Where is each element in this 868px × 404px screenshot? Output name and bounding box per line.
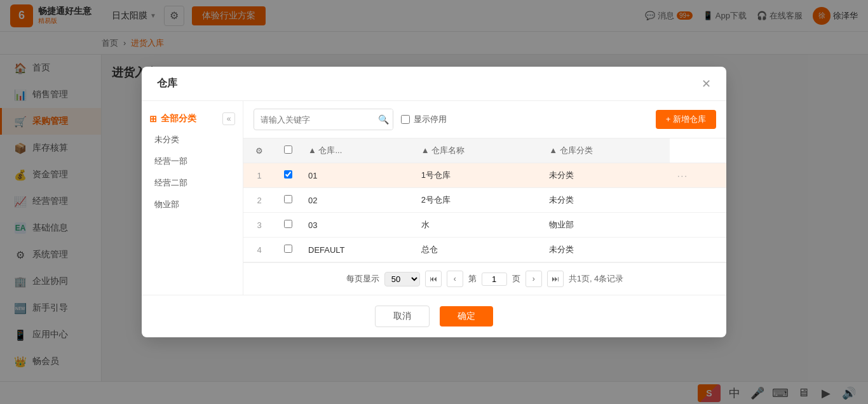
row-num: 2 bbox=[243, 188, 275, 213]
row-code: DEFAULT bbox=[301, 238, 414, 262]
table-toolbar: 🔍 显示停用 + 新增仓库 bbox=[243, 101, 726, 138]
chevron-left-icon: « bbox=[227, 114, 231, 123]
confirm-button[interactable]: 确定 bbox=[440, 306, 493, 327]
row-name: 总仓 bbox=[414, 238, 542, 262]
add-warehouse-button[interactable]: + 新增仓库 bbox=[656, 110, 716, 129]
warehouse-table: ⚙ ▲ 仓库... ▲ 仓库名称 bbox=[243, 138, 726, 262]
collapse-panel-button[interactable]: « bbox=[222, 112, 235, 125]
table-header-row: ⚙ ▲ 仓库... ▲ 仓库名称 bbox=[243, 138, 726, 163]
row-num: 4 bbox=[243, 238, 275, 262]
category-header: ⊞ 全部分类 « bbox=[142, 109, 243, 129]
row-code: 03 bbox=[301, 213, 414, 238]
col-code: ▲ 仓库... bbox=[301, 138, 414, 163]
modal-close-button[interactable]: ✕ bbox=[702, 78, 711, 90]
modal-body: ⊞ 全部分类 « 未分类 经营一部 经营二部 物业部 bbox=[142, 101, 726, 295]
col-category: ▲ 仓库分类 bbox=[541, 138, 670, 163]
category-item-unclassified[interactable]: 未分类 bbox=[142, 129, 243, 151]
prev-page-button[interactable]: ‹ bbox=[447, 271, 463, 287]
row-checkbox[interactable] bbox=[275, 188, 301, 213]
modal-header: 仓库 ✕ bbox=[142, 67, 726, 101]
all-categories-label: 全部分类 bbox=[161, 113, 196, 125]
per-page-select[interactable]: 50 20 100 bbox=[384, 272, 420, 286]
total-info: 共1页, 4条记录 bbox=[569, 273, 624, 285]
modal-overlay[interactable]: 仓库 ✕ ⊞ 全部分类 « 未分类 经营 bbox=[0, 0, 868, 404]
table-panel: 🔍 显示停用 + 新增仓库 ⚙ bbox=[243, 101, 726, 295]
show-disabled-checkbox[interactable] bbox=[401, 115, 410, 124]
category-item-ops1[interactable]: 经营一部 bbox=[142, 151, 243, 172]
pagination: 每页显示 50 20 100 ⏮ ‹ 第 页 › ⏭ 共1 bbox=[243, 262, 726, 295]
row-checkbox[interactable] bbox=[275, 213, 301, 238]
first-page-button[interactable]: ⏮ bbox=[425, 271, 442, 287]
row-actions[interactable]: ··· bbox=[670, 163, 726, 188]
cancel-button[interactable]: 取消 bbox=[375, 306, 430, 327]
page-number-input[interactable] bbox=[482, 273, 507, 286]
row-name: 2号仓库 bbox=[414, 188, 542, 213]
warehouse-modal: 仓库 ✕ ⊞ 全部分类 « 未分类 经营 bbox=[142, 67, 726, 337]
select-all-checkbox[interactable] bbox=[284, 145, 292, 154]
col-name: ▲ 仓库名称 bbox=[414, 138, 542, 163]
page-unit: 页 bbox=[512, 273, 520, 285]
page-label: 第 bbox=[468, 273, 477, 285]
row-category: 未分类 bbox=[541, 188, 670, 213]
row-category: 未分类 bbox=[541, 163, 670, 188]
col-checkbox bbox=[275, 138, 301, 163]
row-category: 未分类 bbox=[541, 238, 670, 262]
grid-icon: ⊞ bbox=[149, 114, 157, 124]
search-box: 🔍 bbox=[254, 109, 393, 130]
all-categories-item[interactable]: ⊞ 全部分类 bbox=[149, 113, 196, 125]
modal-footer: 取消 确定 bbox=[142, 295, 726, 337]
table-row[interactable]: 1 01 1号仓库 未分类 ··· bbox=[243, 163, 726, 188]
modal-title: 仓库 bbox=[157, 77, 177, 90]
table-row[interactable]: 4 DEFAULT 总仓 未分类 bbox=[243, 238, 726, 262]
table-row[interactable]: 2 02 2号仓库 未分类 bbox=[243, 188, 726, 213]
row-category: 物业部 bbox=[541, 213, 670, 238]
category-item-ops2[interactable]: 经营二部 bbox=[142, 172, 243, 194]
row-code: 02 bbox=[301, 188, 414, 213]
col-settings: ⚙ bbox=[243, 138, 275, 163]
row-code: 01 bbox=[301, 163, 414, 188]
category-item-property[interactable]: 物业部 bbox=[142, 194, 243, 215]
settings-icon: ⚙ bbox=[255, 146, 263, 156]
row-num: 1 bbox=[243, 163, 275, 188]
data-table: ⚙ ▲ 仓库... ▲ 仓库名称 bbox=[243, 138, 726, 262]
categories-panel: ⊞ 全部分类 « 未分类 经营一部 经营二部 物业部 bbox=[142, 101, 243, 295]
row-name: 1号仓库 bbox=[414, 163, 542, 188]
row-checkbox[interactable] bbox=[275, 163, 301, 188]
row-name: 水 bbox=[414, 213, 542, 238]
row-checkbox[interactable] bbox=[275, 238, 301, 262]
next-page-button[interactable]: › bbox=[526, 271, 542, 287]
show-disabled-text: 显示停用 bbox=[414, 114, 447, 125]
search-button[interactable]: 🔍 bbox=[374, 109, 393, 130]
per-page-dropdown[interactable]: 50 20 100 bbox=[384, 272, 420, 286]
table-row[interactable]: 3 03 水 物业部 bbox=[243, 213, 726, 238]
last-page-button[interactable]: ⏭ bbox=[547, 271, 564, 287]
show-disabled-label[interactable]: 显示停用 bbox=[401, 114, 447, 125]
per-page-label: 每页显示 bbox=[346, 273, 379, 285]
search-input[interactable] bbox=[254, 111, 374, 128]
row-num: 3 bbox=[243, 213, 275, 238]
